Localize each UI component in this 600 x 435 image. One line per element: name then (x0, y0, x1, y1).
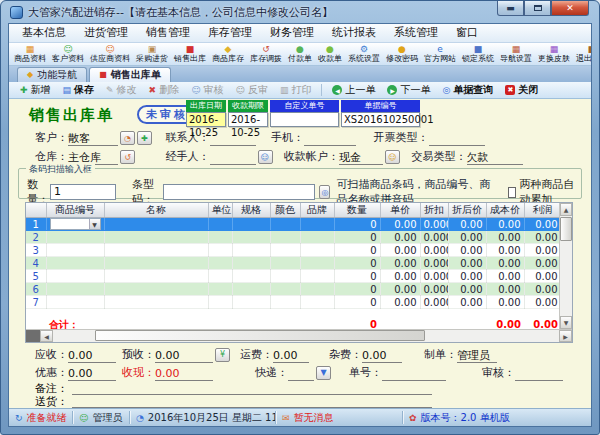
grid-cell[interactable]: 0.00 (524, 244, 561, 257)
summary-field-input[interactable]: 管理员 (457, 348, 497, 363)
grid-cell[interactable]: 0.00 (486, 231, 524, 244)
menu-item[interactable]: 统计报表 (323, 24, 385, 42)
grid-cell[interactable] (232, 257, 270, 270)
summary-field-input[interactable]: 0.00 (362, 348, 402, 363)
menu-item[interactable]: 财务管理 (261, 24, 323, 42)
table-row[interactable]: 300.000.0000.000.000.00 (26, 244, 561, 257)
doc-toolbar-button[interactable]: ◎单据查询 (436, 83, 499, 97)
grid-cell[interactable] (232, 218, 270, 231)
grid-cell[interactable] (46, 296, 104, 309)
hscroll-track[interactable] (425, 330, 559, 342)
remark-input[interactable] (72, 383, 432, 395)
hscroll-thumb[interactable] (95, 330, 425, 341)
toolbar-button[interactable]: ◧退出系统 (573, 43, 592, 65)
trade-type-input[interactable]: 欠款 (467, 150, 523, 165)
grid-cell[interactable] (300, 283, 334, 296)
grid-cell[interactable]: 0.00 (448, 283, 486, 296)
doc-toolbar-button[interactable]: ✖删除 (143, 83, 186, 97)
invoice-type-input[interactable] (429, 131, 485, 146)
grid-cell[interactable] (232, 244, 270, 257)
grid-cell[interactable] (104, 296, 208, 309)
horizontal-scrollbar[interactable]: ◀ ▶ (26, 329, 572, 342)
grid-cell[interactable] (300, 257, 334, 270)
grid-cell[interactable]: 0.00 (448, 257, 486, 270)
grid-cell[interactable] (208, 283, 232, 296)
grid-cell[interactable]: 0.000 (420, 296, 448, 309)
minimize-button[interactable]: ▬ (497, 1, 524, 16)
grid-header-cell[interactable]: 单位 (208, 203, 232, 218)
grid-cell[interactable] (46, 231, 104, 244)
menu-item[interactable]: 销售管理 (137, 24, 199, 42)
scroll-up-icon[interactable]: ▲ (560, 203, 572, 216)
grid-cell[interactable] (300, 218, 334, 231)
toolbar-button[interactable]: ▦导航设置 (497, 43, 535, 65)
grid-cell[interactable]: 0.00 (380, 231, 420, 244)
scroll-right-icon[interactable]: ▶ (559, 330, 572, 342)
grid-cell[interactable] (270, 296, 300, 309)
toolbar-button[interactable]: e官方网站 (421, 43, 459, 65)
grid-cell[interactable]: 0.00 (380, 257, 420, 270)
grid-cell[interactable]: 0.00 (524, 218, 561, 231)
grid-cell[interactable]: 0.00 (380, 244, 420, 257)
doc-toolbar-button[interactable]: ▤保存 (57, 83, 101, 97)
grid-cell[interactable]: 0 (334, 257, 380, 270)
grid-cell[interactable]: 0.00 (380, 270, 420, 283)
table-row[interactable]: 1▼00.000.0000.000.000.00 (26, 218, 561, 231)
grid-header-cell[interactable]: 成本价 (486, 203, 524, 218)
account-lookup-button[interactable]: ☺ (385, 150, 400, 164)
product-code-combo[interactable]: ▼ (50, 218, 101, 230)
grid-cell[interactable] (104, 257, 208, 270)
grid-cell[interactable]: 0.00 (380, 296, 420, 309)
summary-field-input[interactable]: 0.00 (273, 348, 309, 363)
grid-cell[interactable] (46, 283, 104, 296)
grid-cell[interactable]: 0 (334, 244, 380, 257)
grid-cell[interactable] (208, 244, 232, 257)
grid-header-cell[interactable]: 利润 (524, 203, 561, 218)
grid-cell[interactable] (232, 296, 270, 309)
express-dropdown-button[interactable]: ▼ (316, 366, 331, 380)
grid-cell[interactable]: 4 (26, 257, 46, 270)
customer-input[interactable]: 散客 (68, 131, 118, 146)
grid-cell[interactable]: 0.000 (420, 231, 448, 244)
toolbar-button[interactable]: ●付款单 (285, 43, 315, 65)
combo-arrow-icon[interactable]: ▼ (89, 219, 100, 229)
menu-item[interactable]: 窗口 (447, 24, 487, 42)
grid-cell[interactable] (46, 270, 104, 283)
grid-cell[interactable] (104, 270, 208, 283)
table-row[interactable]: 400.000.0000.000.000.00 (26, 257, 561, 270)
grid-header-cell[interactable]: 数量 (334, 203, 380, 218)
grid-cell[interactable]: 0.00 (486, 270, 524, 283)
grid-cell[interactable]: 0 (334, 231, 380, 244)
grid-cell[interactable] (300, 231, 334, 244)
grid-cell[interactable] (208, 270, 232, 283)
grid-cell[interactable] (270, 244, 300, 257)
menu-item[interactable]: 系统管理 (385, 24, 447, 42)
account-input[interactable]: 现金 (339, 150, 383, 165)
grid-cell[interactable]: 0.00 (524, 257, 561, 270)
grid-cell[interactable]: 0.00 (486, 283, 524, 296)
maximize-button[interactable] (524, 1, 551, 16)
grid-cell[interactable]: 0.00 (524, 270, 561, 283)
customer-lookup-button[interactable]: ◔ (120, 131, 135, 145)
grid-cell[interactable]: 0.00 (448, 231, 486, 244)
grid-cell[interactable] (232, 231, 270, 244)
grid-cell[interactable]: 0.00 (448, 296, 486, 309)
grid-cell[interactable]: 5 (26, 270, 46, 283)
grid-cell[interactable]: 0 (334, 270, 380, 283)
grid-cell[interactable]: 0.00 (524, 296, 561, 309)
toolbar-button[interactable]: ▦商品资料 (11, 43, 49, 65)
close-button[interactable]: ✕ (551, 1, 589, 16)
doc-toolbar-button[interactable]: ✚新增 (14, 83, 57, 97)
scroll-down-icon[interactable]: ▼ (560, 316, 572, 329)
grid-cell[interactable]: 0.00 (448, 218, 486, 231)
grid-cell[interactable]: 0.00 (524, 231, 561, 244)
doc-toolbar-button[interactable]: ▥打印 (274, 83, 318, 97)
grid-cell[interactable]: 0.00 (448, 244, 486, 257)
summary-field-input[interactable]: 0.00 (68, 366, 116, 381)
grid-cell[interactable]: 0.00 (486, 257, 524, 270)
barcode-input[interactable] (163, 184, 316, 200)
grid-cell[interactable]: 0.000 (420, 270, 448, 283)
grid-cell[interactable] (300, 296, 334, 309)
toolbar-button[interactable]: ■销售出库 (171, 43, 209, 65)
header-field-input[interactable]: XS201610250001 (341, 112, 420, 127)
